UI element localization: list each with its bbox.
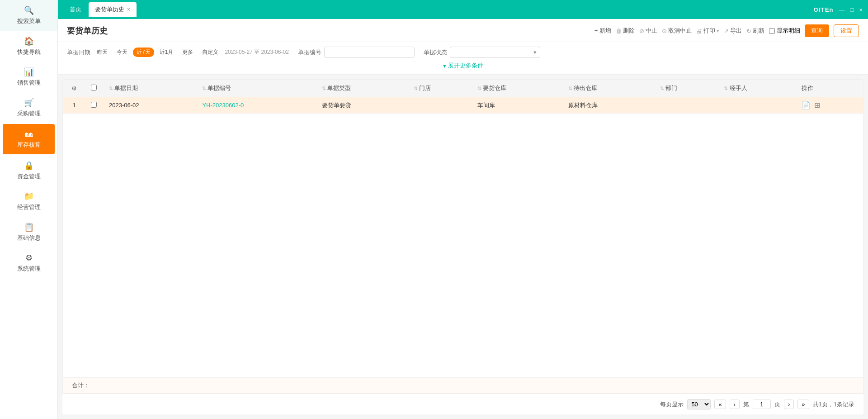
last-page-button[interactable]: » [797,400,809,409]
docno-filter: 单据编号 [298,47,415,58]
add-button[interactable]: + 新增 [594,27,611,35]
top-bar-right: OfTEn — □ × [814,6,863,13]
col-req-warehouse[interactable]: 要货仓库 [472,80,563,97]
date-label: 单据日期 [67,48,90,57]
show-detail-checkbox[interactable]: 显示明细 [769,27,800,35]
sidebar-item-label: 快捷导航 [17,48,41,56]
docno-input[interactable] [324,47,415,58]
doc-link[interactable]: YH-20230602-0 [202,102,244,109]
sidebar-item-label: 库存核算 [17,141,41,149]
delete-button[interactable]: 🗑 删除 [616,27,635,35]
settings-button[interactable]: 设置 [834,24,859,37]
first-page-button[interactable]: « [714,400,726,409]
sidebar-item-label: 系统管理 [17,265,41,273]
status-select[interactable] [450,47,540,58]
cell-store [408,97,472,114]
col-pending-warehouse[interactable]: 待出仓库 [563,80,655,97]
top-bar: 首页 要货单历史 × OfTEn — □ × [58,0,868,19]
row-checkbox[interactable] [91,102,97,108]
refresh-button[interactable]: ↻ 刷新 [746,27,764,35]
cancel-stop-button[interactable]: ⊙ 取消中止 [662,27,692,35]
sidebar-item-quick-nav[interactable]: 🏠 快捷导航 [0,31,57,62]
close-button[interactable]: × [859,6,863,13]
expand-more: ▾ 展开更多条件 [67,62,859,70]
page-content: 要货单历史 + 新增 🗑 删除 ⊘ 中止 ⊙ 取消中止 🖨 [58,19,868,419]
cell-dept [655,97,719,114]
cell-date: 2023-06-02 [104,97,197,114]
sidebar-item-sales[interactable]: 📊 销售管理 [0,62,57,92]
per-page-label: 每页显示 [660,400,684,409]
chart-icon: 📊 [24,67,34,77]
toolbar: + 新增 🗑 删除 ⊘ 中止 ⊙ 取消中止 🖨 打印 ▾ [594,24,859,37]
date-today[interactable]: 今天 [113,48,131,57]
date-yesterday[interactable]: 昨天 [93,48,111,57]
sidebar: 🔍 搜索菜单 🏠 快捷导航 📊 销售管理 🛒 采购管理 🏘 库存核算 🔒 资金管… [0,0,58,419]
table-area: ⚙ 单据日期 单据编号 单据类型 [62,79,863,378]
per-page-select[interactable]: 50 100 [687,399,711,409]
sidebar-item-finance[interactable]: 🔒 资金管理 [0,155,57,186]
tab-history[interactable]: 要货单历史 × [89,2,137,17]
col-settings[interactable]: ⚙ [63,80,85,97]
page-input[interactable] [753,400,771,409]
sidebar-item-label: 采购管理 [17,110,41,118]
col-store[interactable]: 门店 [408,80,472,97]
cart-icon: 🛒 [24,98,34,108]
main-area: 首页 要货单历史 × OfTEn — □ × 要货单历史 + 新增 🗑 删除 [58,0,868,419]
sidebar-item-operations[interactable]: 📁 经营管理 [0,186,57,217]
show-detail-input[interactable] [769,28,775,34]
col-handler[interactable]: 经手人 [718,80,796,97]
cell-doctype: 要货单要货 [316,97,408,114]
col-action: 操作 [796,80,863,97]
filter-area: 单据日期 昨天 今天 近7天 近1月 更多 自定义 2023-05-27 至 2… [58,42,868,75]
chevron-down-icon: ▾ [443,62,446,69]
cell-checkbox[interactable] [85,97,104,114]
table-body: 1 2023-06-02 YH-20230602-0 要货单要货 [63,97,863,114]
sidebar-item-basic-info[interactable]: 📋 基础信息 [0,217,57,248]
cell-pending-warehouse: 原材料仓库 [563,97,655,114]
delete-row-icon[interactable]: ⊞ [814,101,820,110]
export-button[interactable]: ↗ 导出 [724,27,742,35]
date-1month[interactable]: 近1月 [156,48,177,57]
col-doctype[interactable]: 单据类型 [316,80,408,97]
stop-button[interactable]: ⊘ 中止 [639,27,657,35]
query-button[interactable]: 查询 [805,24,829,37]
status-filter: 单据状态 ▾ [424,47,540,58]
col-date[interactable]: 单据日期 [104,80,197,97]
status-label: 单据状态 [424,48,447,57]
settings-icon[interactable]: ⚙ [71,85,77,92]
select-all-checkbox[interactable] [91,85,97,90]
col-docno[interactable]: 单据编号 [197,80,316,97]
sidebar-item-search-menu[interactable]: 🔍 搜索菜单 [0,0,57,31]
edit-icon[interactable]: 📄 [802,101,811,110]
cell-docno[interactable]: YH-20230602-0 [197,97,316,114]
maximize-button[interactable]: □ [850,6,854,13]
date-more[interactable]: 更多 [179,48,197,57]
date-range-text: 2023-05-27 至 2023-06-02 [225,48,288,56]
folder-icon: 📁 [24,191,34,201]
sidebar-item-system[interactable]: ⚙ 系统管理 [0,248,57,278]
table-row[interactable]: 1 2023-06-02 YH-20230602-0 要货单要货 [63,97,863,114]
document-icon: 📋 [24,222,34,232]
data-table: ⚙ 单据日期 单据编号 单据类型 [63,80,863,114]
cell-action: 📄 ⊞ [796,97,863,114]
col-checkbox[interactable] [85,80,104,97]
expand-button[interactable]: ▾ 展开更多条件 [443,62,483,70]
filter-dates: 昨天 今天 近7天 近1月 更多 自定义 [93,48,222,57]
pagination-bar: 每页显示 50 100 « ‹ 第 页 › » 共1页，1条记录 [62,394,863,414]
next-page-button[interactable]: › [784,400,794,409]
date-custom[interactable]: 自定义 [198,48,222,57]
minimize-button[interactable]: — [839,6,845,13]
sidebar-item-inventory[interactable]: 🏘 库存核算 [3,124,55,154]
prev-page-button[interactable]: ‹ [730,400,740,409]
sidebar-item-purchase[interactable]: 🛒 采购管理 [0,92,57,123]
col-dept[interactable]: 部门 [655,80,719,97]
brand-label: OfTEn [814,6,834,13]
tab-close-icon[interactable]: × [127,6,130,13]
sidebar-item-label: 销售管理 [17,79,41,87]
cell-req-warehouse: 车间库 [472,97,563,114]
tab-home[interactable]: 首页 [63,2,88,17]
total-label: 合计： [72,382,90,389]
table-header-row: ⚙ 单据日期 单据编号 单据类型 [63,80,863,97]
print-button[interactable]: 🖨 打印 ▾ [696,27,719,35]
date-7days[interactable]: 近7天 [133,48,154,57]
